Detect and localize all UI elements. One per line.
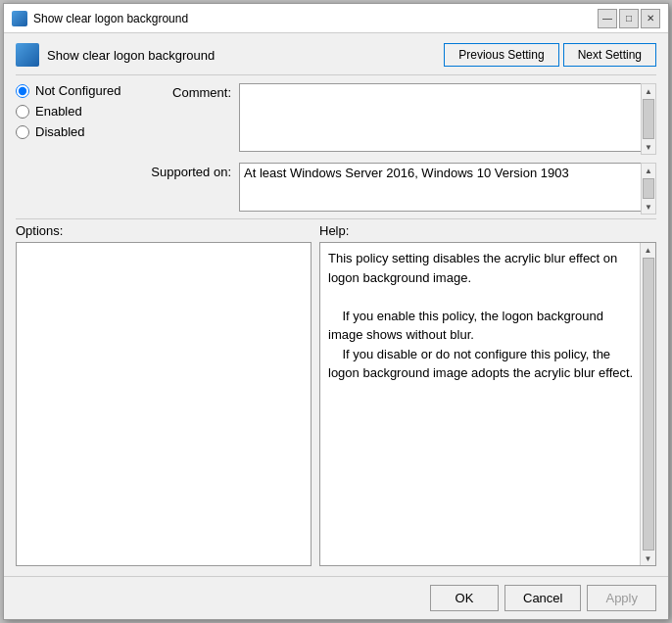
enabled-label: Enabled [35,104,82,119]
footer: OK Cancel Apply [4,576,668,619]
supported-scrollbar: ▲ ▼ [641,163,656,215]
comment-scroll-down[interactable]: ▼ [642,140,655,154]
radio-disabled-input[interactable] [16,125,29,139]
comment-scrollbar: ▲ ▼ [641,83,656,155]
title-bar-controls: — □ ✕ [598,9,660,28]
comment-scroll-thumb [643,99,654,139]
options-label: Options: [16,223,312,238]
radio-not-configured-input[interactable] [16,84,29,98]
section-divider [16,218,656,219]
apply-button[interactable]: Apply [587,585,656,611]
radio-group: Not Configured Enabled Disabled [16,83,135,139]
comment-textarea[interactable] [239,83,656,152]
help-scroll-up[interactable]: ▲ [642,243,655,257]
supported-on-row: Supported on: ▲ ▼ [143,163,656,215]
comment-container: ▲ ▼ [239,83,656,155]
title-bar: Show clear logon background — □ ✕ [4,4,668,33]
help-label: Help: [319,223,656,238]
help-text: This policy setting disables the acrylic… [320,243,655,389]
main-window: Show clear logon background — □ ✕ Show c… [3,3,669,620]
content-area: Show clear logon background Previous Set… [4,33,668,576]
help-box: This policy setting disables the acrylic… [319,242,656,566]
options-help-section: Options: Help: This policy setting disab… [16,223,656,566]
supported-on-container: ▲ ▼ [239,163,656,215]
window-icon [12,11,27,26]
right-panel: Comment: ▲ ▼ Supported on: [143,83,656,215]
supported-on-label: Supported on: [143,163,231,179]
comment-label: Comment: [143,83,231,100]
close-button[interactable]: ✕ [641,9,660,28]
comment-row: Comment: ▲ ▼ [143,83,656,155]
supported-scroll-down[interactable]: ▼ [642,200,655,214]
help-column: Help: This policy setting disables the a… [319,223,656,566]
header-icon [16,43,39,67]
radio-enabled-input[interactable] [16,105,29,119]
supported-scroll-up[interactable]: ▲ [642,164,655,177]
radio-disabled[interactable]: Disabled [16,124,135,139]
radio-not-configured[interactable]: Not Configured [16,83,135,98]
radio-enabled[interactable]: Enabled [16,104,135,119]
header-title: Show clear logon background [47,48,436,63]
supported-on-textarea [239,163,656,212]
options-box[interactable] [16,242,312,566]
previous-setting-button[interactable]: Previous Setting [444,43,558,67]
help-scrollbar: ▲ ▼ [640,243,655,565]
window-title: Show clear logon background [33,12,598,25]
ok-button[interactable]: OK [430,585,499,611]
options-column: Options: [16,223,319,566]
left-panel: Not Configured Enabled Disabled [16,83,143,215]
help-scroll-down[interactable]: ▼ [642,551,655,565]
header-row: Show clear logon background Previous Set… [16,43,656,75]
cancel-button[interactable]: Cancel [504,585,581,611]
maximize-button[interactable]: □ [619,9,639,28]
comment-scroll-up[interactable]: ▲ [642,84,655,98]
not-configured-label: Not Configured [35,83,120,98]
help-scroll-thumb [643,258,654,551]
nav-buttons: Previous Setting Next Setting [444,43,656,67]
next-setting-button[interactable]: Next Setting [563,43,656,67]
supported-scroll-thumb [643,178,654,199]
disabled-label: Disabled [35,124,85,139]
minimize-button[interactable]: — [598,9,617,28]
